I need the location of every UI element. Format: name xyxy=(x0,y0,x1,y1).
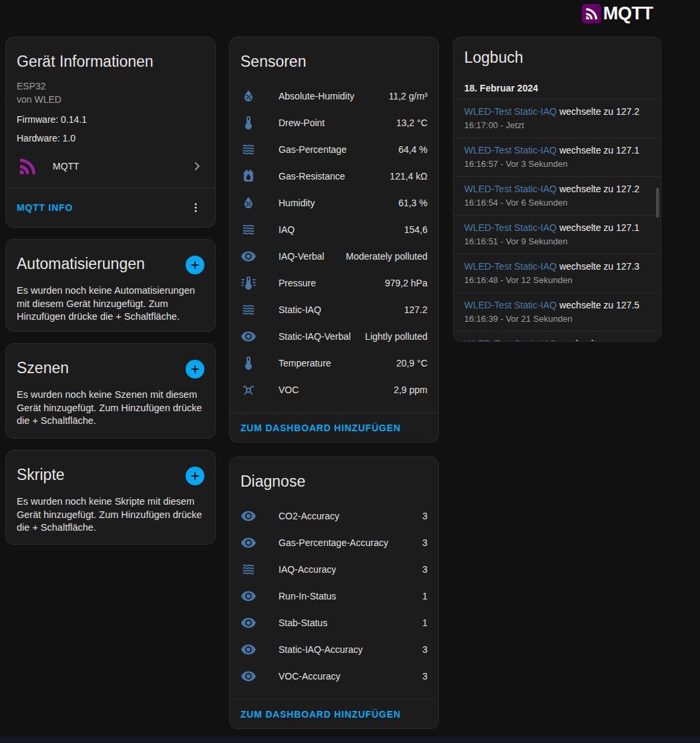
sensor-row[interactable]: IAQ-Verbal Moderately polluted xyxy=(230,243,438,270)
eye-icon xyxy=(240,668,256,684)
mqtt-info-button[interactable]: MQTT INFO xyxy=(17,202,73,213)
right-column: Logbuch 18. Februar 2024 WLED-Test Stati… xyxy=(453,37,661,342)
sensor-name: Gas-Resistance xyxy=(279,171,345,182)
eye-icon xyxy=(240,615,256,631)
entity-link[interactable]: WLED-Test Static-IAQ xyxy=(464,184,556,194)
diagnostic-name: Stab-Status xyxy=(279,617,327,628)
diagnostic-name: IAQ-Accuracy xyxy=(279,564,336,575)
sensor-value: 20,9 °C xyxy=(396,358,427,368)
sensor-value: 121,4 kΩ xyxy=(390,171,427,182)
air-filter-icon xyxy=(240,142,256,158)
diagnostics-card: Diagnose CO2-Accuracy 3 Gas-Percentage-A… xyxy=(229,457,439,729)
logbook-message-text: wechselte zu xyxy=(559,338,613,342)
logbook-message: WLED-Test Static-IAQwechselte zu xyxy=(464,337,650,342)
add-to-dashboard-button[interactable]: ZUM DASHBOARD HINZUFÜGEN xyxy=(240,709,401,720)
sensor-name: Static-IAQ xyxy=(279,304,321,315)
entity-link[interactable]: WLED-Test Static-IAQ xyxy=(464,261,556,272)
mqtt-logo-text: MQTT xyxy=(603,3,653,24)
diagnostic-name: Run-In-Status xyxy=(279,591,336,601)
sensor-row[interactable]: Pressure 979,2 hPa xyxy=(230,270,438,296)
diagnostic-row[interactable]: CO2-Accuracy 3 xyxy=(230,503,438,529)
scenes-empty-text: Es wurden noch keine Szenen mit diesem G… xyxy=(6,389,215,428)
logbook-entry: WLED-Test Static-IAQwechselte zu 127.2 1… xyxy=(454,177,661,216)
diagnostic-name: CO2-Accuracy xyxy=(279,511,339,521)
entity-link[interactable]: WLED-Test Static-IAQ xyxy=(464,338,556,342)
thermometer-lines-icon xyxy=(240,275,256,291)
sensor-row[interactable]: Static-IAQ 127.2 xyxy=(230,296,438,323)
sensor-value: 13,2 °C xyxy=(396,117,427,128)
device-card-footer: MQTT INFO xyxy=(6,188,215,227)
add-script-button[interactable] xyxy=(186,467,204,485)
entity-link[interactable]: WLED-Test Static-IAQ xyxy=(464,145,556,156)
diagnostic-value: 3 xyxy=(422,564,427,575)
logbook-entry: WLED-Test Static-IAQwechselte zu 127.1 1… xyxy=(454,216,661,254)
logbook-title: Logbuch xyxy=(454,37,661,67)
sensor-row[interactable]: Static-IAQ-Verbal Lightly polluted xyxy=(230,323,438,350)
logbook-message-text: wechselte zu 127.2 xyxy=(559,184,639,194)
dots-vertical-menu-button[interactable] xyxy=(184,196,207,219)
diagnostic-row[interactable]: Run-In-Status 1 xyxy=(230,583,438,609)
automations-empty-text: Es wurden noch keine Automatisierungen m… xyxy=(6,284,215,324)
eye-icon xyxy=(240,508,256,524)
diagnostic-name: Gas-Percentage-Accuracy xyxy=(279,537,388,548)
logbook-timestamp: 16:16:39 - Vor 21 Sekunden xyxy=(464,313,650,325)
water-percent-icon xyxy=(240,88,256,104)
thermometer-icon xyxy=(240,115,256,131)
sensor-row[interactable]: Humidity 61,3 % xyxy=(230,190,438,216)
logbook-card: Logbuch 18. Februar 2024 WLED-Test Stati… xyxy=(453,37,661,342)
diagnostic-row[interactable]: Static-IAQ-Accuracy 3 xyxy=(230,636,438,663)
entity-link[interactable]: WLED-Test Static-IAQ xyxy=(464,222,556,233)
mqtt-arcs-icon xyxy=(17,156,38,177)
sensor-value: Moderately polluted xyxy=(346,251,427,262)
page-bottom-strip xyxy=(0,737,700,743)
automations-title-row: Automatisierungen xyxy=(6,240,215,274)
logbook-message-text: wechselte zu 127.3 xyxy=(559,261,639,272)
air-filter-icon xyxy=(240,302,256,318)
eye-icon xyxy=(240,328,256,344)
logbook-message: WLED-Test Static-IAQwechselte zu 127.5 xyxy=(464,298,650,312)
connection-row-mqtt[interactable]: MQTT xyxy=(6,156,215,177)
logbook-message-text: wechselte zu 127.2 xyxy=(559,106,639,117)
middle-column: Sensoren Absolute-Humidity 11,2 g/m³ Dre… xyxy=(229,37,439,729)
logbook-message: WLED-Test Static-IAQwechselte zu 127.1 xyxy=(464,144,650,157)
diagnostic-name: Static-IAQ-Accuracy xyxy=(279,644,363,655)
logbook-date-header: 18. Februar 2024 xyxy=(454,81,661,95)
logbook-message: WLED-Test Static-IAQwechselte zu 127.1 xyxy=(464,221,650,234)
sensor-row[interactable]: Temperature 20,9 °C xyxy=(230,350,438,377)
sensor-row[interactable]: IAQ 154,6 xyxy=(230,216,438,243)
meter-gas-icon xyxy=(240,168,256,184)
sensor-row[interactable]: VOC 2,9 ppm xyxy=(230,377,438,403)
sensor-row[interactable]: Drew-Point 13,2 °C xyxy=(230,109,438,136)
scripts-card: Skripte Es wurden noch keine Skripte mit… xyxy=(5,450,216,545)
sensor-value: 61,3 % xyxy=(398,198,427,208)
sensor-name: IAQ xyxy=(279,224,295,235)
add-scene-button[interactable] xyxy=(186,360,204,379)
scenes-card: Szenen Es wurden noch keine Szenen mit d… xyxy=(5,343,216,439)
mqtt-logo: MQTT xyxy=(582,3,653,24)
logbook-message-text: wechselte zu 127.1 xyxy=(559,222,639,233)
scrollbar-thumb[interactable] xyxy=(656,188,659,218)
scenes-title: Szenen xyxy=(17,358,186,377)
sensor-row[interactable]: Gas-Resistance 121,4 kΩ xyxy=(230,163,438,190)
diagnostic-row[interactable]: VOC-Accuracy 3 xyxy=(230,663,438,690)
diagnostic-name: VOC-Accuracy xyxy=(279,671,341,682)
diagnostic-row[interactable]: Stab-Status 1 xyxy=(230,609,438,636)
automations-title: Automatisierungen xyxy=(17,254,186,273)
scenes-title-row: Szenen xyxy=(6,344,215,379)
diagnostic-row[interactable]: Gas-Percentage-Accuracy 3 xyxy=(230,529,438,556)
sensor-row[interactable]: Gas-Percentage 64,4 % xyxy=(230,136,438,163)
sensor-row[interactable]: Absolute-Humidity 11,2 g/m³ xyxy=(230,83,438,109)
diagnostic-row[interactable]: IAQ-Accuracy 3 xyxy=(230,556,438,583)
logbook-list: WLED-Test Static-IAQwechselte zu 127.2 1… xyxy=(454,99,661,342)
eye-icon xyxy=(240,535,256,551)
add-to-dashboard-button[interactable]: ZUM DASHBOARD HINZUFÜGEN xyxy=(240,423,401,433)
logbook-timestamp: 16:17:00 - Jetzt xyxy=(464,119,650,132)
entity-link[interactable]: WLED-Test Static-IAQ xyxy=(464,300,556,310)
device-manufacturer: von WLED xyxy=(6,93,215,106)
entity-link[interactable]: WLED-Test Static-IAQ xyxy=(464,106,556,117)
logbook-entry: WLED-Test Static-IAQwechselte zu 127.5 1… xyxy=(454,293,661,332)
logbook-message: WLED-Test Static-IAQwechselte zu 127.2 xyxy=(464,182,650,196)
logbook-entry: WLED-Test Static-IAQwechselte zu xyxy=(454,332,661,342)
add-automation-button[interactable] xyxy=(186,256,204,274)
air-filter-icon xyxy=(240,222,256,238)
